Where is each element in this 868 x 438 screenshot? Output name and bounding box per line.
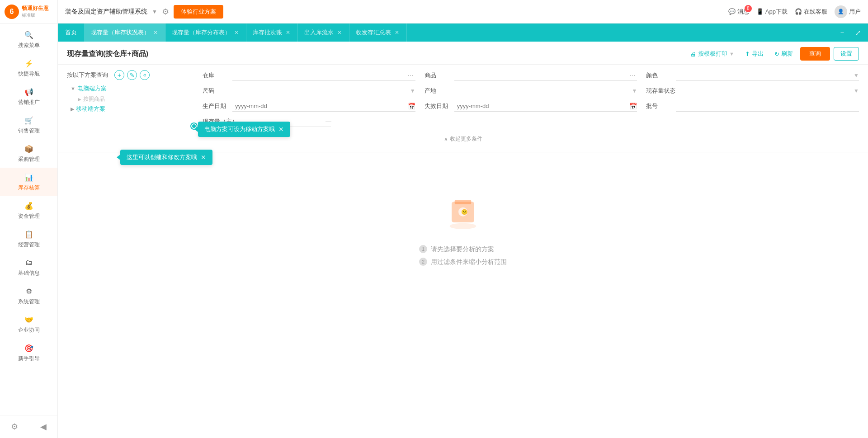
print-btn[interactable]: 🖨 按模板打印 ▼: [687, 48, 738, 60]
tab-inout-flow[interactable]: 出入库流水 ✕: [298, 24, 349, 42]
settings-sm-btn[interactable]: 设置: [834, 47, 859, 61]
tab-maximize-btn[interactable]: ⤢: [852, 28, 863, 38]
prod-date-start[interactable]: [232, 101, 408, 111]
user-btn[interactable]: 👤 用户: [835, 5, 861, 18]
add-scheme-btn[interactable]: +: [114, 70, 124, 80]
sidebar-label-search: 搜索菜单: [18, 42, 40, 49]
messages-badge: 8: [745, 5, 752, 12]
export-btn[interactable]: ⬆ 导出: [741, 48, 767, 60]
tab-home[interactable]: 首页: [58, 24, 85, 42]
header-left: 装备及固定资产辅助管理系统 ▼ ⚙ 体验行业方案: [65, 5, 223, 19]
warehouse-input[interactable]: [232, 70, 406, 80]
tab-minimize-btn[interactable]: －: [836, 27, 849, 38]
edit-scheme-btn[interactable]: ✎: [127, 70, 137, 80]
tooltip-pc-close[interactable]: ✕: [278, 126, 284, 133]
refresh-btn[interactable]: ↻ 刷新: [771, 48, 797, 60]
filter-warehouse: 仓库 ···: [203, 70, 415, 81]
sidebar-item-enterprise[interactable]: 🤝 企业协同: [0, 310, 57, 339]
stock-status-dropdown-icon[interactable]: ▼: [854, 88, 859, 94]
logo-icon: 6: [5, 5, 19, 19]
messages-btn[interactable]: 💬 消息 8: [728, 8, 749, 16]
goods-dots-btn[interactable]: ···: [627, 71, 637, 80]
sidebar-collapse-btn[interactable]: ◀: [37, 420, 50, 433]
sidebar-item-system[interactable]: ⚙ 系统管理: [0, 282, 57, 310]
sidebar-item-search[interactable]: 🔍 搜索菜单: [0, 25, 57, 54]
sidebar-menu: 🔍 搜索菜单 ⚡ 快捷导航 📢 营销推广 🛒 销售管理 📦 采购管理 📊 库存核…: [0, 24, 57, 415]
tab-inventory-dist[interactable]: 现存量（库存分布表） ✕: [165, 24, 246, 42]
filter-size: 尺码 ▼: [203, 85, 415, 96]
online-support-label: 在线客服: [804, 8, 827, 16]
expiry-date-calendar-icon[interactable]: 📅: [629, 103, 637, 110]
batch-no-label: 批号: [646, 102, 673, 110]
color-dropdown-icon[interactable]: ▼: [854, 72, 859, 79]
tooltip-edit-close[interactable]: ✕: [201, 154, 206, 161]
sidebar-item-finance[interactable]: 💰 资金管理: [0, 196, 57, 225]
export-icon: ⬆: [745, 51, 750, 57]
tab-close-3[interactable]: ✕: [336, 28, 343, 37]
sidebar-item-guide[interactable]: 🎯 新手引导: [0, 339, 57, 367]
print-label: 按模板打印: [698, 50, 727, 58]
tab-close-4[interactable]: ✕: [394, 28, 400, 37]
filter-row-3: 生产日期 📅 失效日期 �: [203, 101, 859, 112]
stock-status-input[interactable]: [678, 85, 854, 96]
query-btn[interactable]: 查询: [800, 47, 830, 61]
tab-close-0[interactable]: ✕: [152, 28, 159, 37]
warehouse-dots-btn[interactable]: ···: [406, 71, 415, 80]
filter-color: 颜色 ▼: [646, 70, 859, 81]
sidebar-settings-btn[interactable]: ⚙: [7, 420, 22, 433]
expiry-date-start[interactable]: [454, 101, 630, 111]
system-dropdown-icon[interactable]: ▼: [152, 9, 157, 15]
empty-illustration: 😕: [440, 188, 486, 234]
tooltip-pc-scheme: 电脑方案可设为移动方案哦 ✕: [198, 122, 290, 137]
tab-inventory-status[interactable]: 现存量（库存状况表） ✕: [85, 24, 165, 42]
svg-point-0: [450, 223, 476, 229]
purchase-icon: 📦: [24, 144, 34, 154]
logo-main-text: 畅通好生意: [22, 5, 49, 12]
sidebar-item-operations[interactable]: 📋 经营管理: [0, 225, 57, 253]
origin-label: 产地: [425, 87, 452, 95]
sidebar-item-marketing[interactable]: 📢 营销推广: [0, 82, 57, 111]
prod-date-calendar-icon[interactable]: 📅: [408, 103, 415, 110]
back-scheme-btn[interactable]: «: [140, 70, 150, 80]
sidebar-item-inventory[interactable]: 📊 库存核算: [0, 168, 57, 196]
color-input[interactable]: [676, 70, 854, 80]
tab-summary[interactable]: 收发存汇总表 ✕: [349, 24, 407, 42]
size-input[interactable]: [232, 85, 410, 96]
tab-batch-account[interactable]: 库存批次账 ✕: [246, 24, 298, 42]
sidebar-item-sales[interactable]: 🛒 销售管理: [0, 111, 57, 139]
sidebar-item-purchase[interactable]: 📦 采购管理: [0, 139, 57, 168]
sidebar-logo: 6 畅通好生意 标准版: [0, 0, 57, 24]
collapse-label: 收起更多条件: [450, 135, 482, 143]
tab-batch-account-label: 库存批次账: [253, 28, 282, 37]
pc-scheme-label[interactable]: 电脑端方案: [77, 85, 107, 93]
empty-state: 😕 1 请先选择要分析的方案 2 用过滤条件来缩小分析范围: [58, 152, 868, 304]
page-actions: 🖨 按模板打印 ▼ ⬆ 导出 ↻ 刷新 查询 设置: [687, 47, 859, 61]
svg-rect-2: [455, 200, 472, 204]
app-download-btn[interactable]: 📱 App下载: [756, 8, 788, 16]
marketing-icon: 📢: [24, 87, 34, 97]
collapse-btn[interactable]: ∧ 收起更多条件: [67, 132, 859, 146]
pc-expand-icon: ▼: [71, 86, 75, 91]
online-support-btn[interactable]: 🎧 在线客服: [795, 8, 827, 16]
header-right: 💬 消息 8 📱 App下载 🎧 在线客服 👤 用户: [728, 5, 861, 18]
enterprise-icon: 🤝: [24, 315, 34, 325]
sidebar-item-basic[interactable]: 🗂 基础信息: [0, 253, 57, 282]
header-settings-icon[interactable]: ⚙: [162, 7, 169, 17]
inventory-icon: 📊: [24, 172, 34, 182]
origin-input[interactable]: [454, 85, 632, 96]
tab-close-1[interactable]: ✕: [233, 28, 240, 37]
sidebar-item-quicknav[interactable]: ⚡ 快捷导航: [0, 54, 57, 82]
goods-input[interactable]: [454, 70, 627, 80]
filter-row-2: 尺码 ▼ 产地 ▼: [203, 85, 859, 96]
experience-btn[interactable]: 体验行业方案: [174, 5, 223, 19]
sidebar-label-basic: 基础信息: [18, 269, 40, 277]
tab-close-2[interactable]: ✕: [285, 28, 291, 37]
expiry-date-label: 失效日期: [425, 102, 452, 110]
mobile-scheme-item[interactable]: ▶ 移动端方案: [71, 105, 203, 113]
size-dropdown-icon[interactable]: ▼: [410, 88, 415, 94]
collapse-up-icon: ∧: [444, 136, 448, 142]
warehouse-label: 仓库: [203, 71, 230, 80]
batch-no-input[interactable]: [676, 101, 859, 112]
origin-dropdown-icon[interactable]: ▼: [632, 88, 637, 94]
export-label: 导出: [752, 50, 764, 58]
